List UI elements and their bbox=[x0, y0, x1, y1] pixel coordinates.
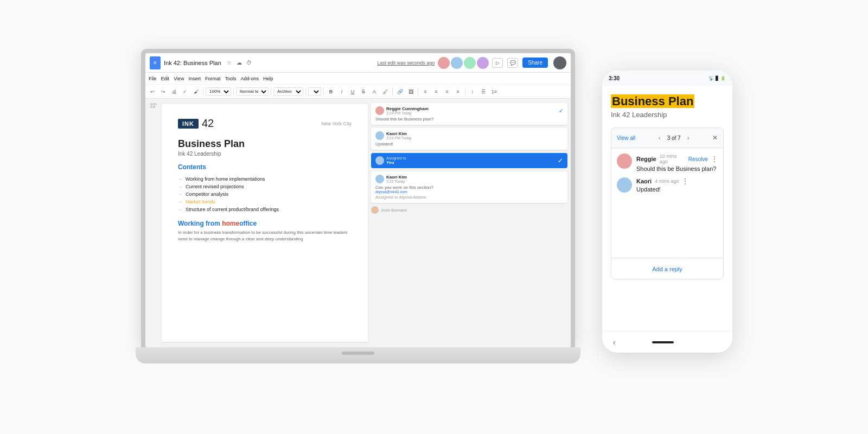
phone-status-icons: 📡 ▊ 🔋 bbox=[709, 76, 726, 81]
comment-header-reggie: Reggie Cunningham 3:24 PM Today ✓ bbox=[375, 106, 563, 115]
bold-button[interactable]: B bbox=[326, 87, 336, 97]
kaori-time-2: 3:25 Today bbox=[386, 180, 407, 183]
share-button[interactable]: Share bbox=[522, 58, 548, 68]
print-button[interactable]: 🖨 bbox=[169, 87, 179, 97]
redo-button[interactable]: ↪ bbox=[158, 87, 168, 97]
history-icon[interactable]: ⏱ bbox=[245, 59, 253, 67]
comment-header-kaori: Kaori Kim 3:24 PM Today bbox=[375, 131, 563, 140]
sidebar-grid-icon bbox=[150, 103, 157, 110]
wifi-icon: 📡 bbox=[709, 76, 714, 81]
image-button[interactable]: 🖼 bbox=[406, 87, 416, 97]
menu-file[interactable]: File bbox=[149, 76, 157, 81]
menu-edit[interactable]: Edit bbox=[161, 76, 170, 81]
comment-button[interactable]: 💬 bbox=[507, 58, 518, 68]
phone-reggie-time: 10 mins ago bbox=[660, 154, 685, 164]
comment-navigation: ‹ 3 of 7 › bbox=[654, 132, 694, 143]
list-item-3: Competitor analysis bbox=[178, 190, 352, 198]
present-button[interactable]: ▷ bbox=[492, 58, 503, 68]
menu-help[interactable]: Help bbox=[263, 76, 273, 81]
menu-insert[interactable]: Insert bbox=[188, 76, 201, 81]
laptop-base bbox=[136, 347, 580, 363]
toolbar-divider-1 bbox=[203, 88, 203, 95]
phone-reggie-name: Reggie bbox=[636, 156, 656, 162]
comment-more-button[interactable]: ⋮ bbox=[711, 155, 718, 163]
numbered-list-button[interactable]: 1≡ bbox=[489, 87, 499, 97]
phone-comment-header: View all ‹ 3 of 7 › ✕ bbox=[611, 128, 723, 148]
resolve-button[interactable]: Resolve bbox=[688, 156, 708, 162]
doc-logo: INK 42 bbox=[178, 117, 214, 130]
justify-button[interactable]: ≡ bbox=[453, 87, 463, 97]
next-comment-button[interactable]: › bbox=[683, 132, 694, 143]
add-reply-text[interactable]: Add a reply bbox=[652, 266, 682, 272]
align-left-button[interactable]: ≡ bbox=[420, 87, 430, 97]
comment-card-reggie: Reggie Cunningham 3:24 PM Today ✓ Should… bbox=[371, 103, 567, 125]
kaori-name: Kaori Kim bbox=[386, 131, 412, 136]
paint-button[interactable]: 🖌 bbox=[191, 87, 201, 97]
docs-sidebar-left bbox=[145, 99, 162, 347]
assigned-card: Assigned to You ✓ bbox=[371, 153, 567, 168]
assigned-name: You bbox=[386, 160, 406, 165]
undo-button[interactable]: ↩ bbox=[148, 87, 157, 97]
phone-comment-body: Reggie 10 mins ago Resolve ⋮ Should this… bbox=[611, 148, 723, 258]
highlight-button[interactable]: 🖊 bbox=[380, 87, 390, 97]
link-button[interactable]: 🔗 bbox=[395, 87, 405, 97]
style-select[interactable]: Normal text bbox=[236, 87, 269, 96]
phone-home-indicator[interactable] bbox=[652, 341, 674, 343]
mobile-phone: 3:30 📡 ▊ 🔋 Business Plan Ink 42 Leadersh… bbox=[602, 71, 732, 353]
comment-header-kaori-2: Kaori Kim 3:25 Today bbox=[375, 175, 563, 183]
text-color-button[interactable]: A bbox=[369, 87, 379, 97]
align-center-button[interactable]: ≡ bbox=[431, 87, 441, 97]
font-select[interactable]: Archivo Na... bbox=[273, 87, 303, 96]
italic-button[interactable]: I bbox=[337, 87, 347, 97]
align-right-button[interactable]: ≡ bbox=[442, 87, 452, 97]
comment-card-kaori: Kaori Kim 3:24 PM Today Updated! bbox=[371, 128, 567, 150]
doc-logo-row: INK 42 New York City bbox=[178, 117, 352, 130]
menu-view[interactable]: View bbox=[174, 76, 184, 81]
collaborator-avatar-3 bbox=[464, 57, 476, 69]
phone-comment-section: View all ‹ 3 of 7 › ✕ Reg bbox=[611, 127, 724, 279]
bullets-button[interactable]: ☰ bbox=[478, 87, 488, 97]
laptop-device: Ink 42: Business Plan ☆ ☁ ⏱ Last edit wa… bbox=[136, 49, 580, 363]
collaborator-avatars bbox=[438, 57, 489, 69]
phone-reggie-text: Should this be Business plan? bbox=[636, 165, 718, 172]
font-size-select[interactable]: 16 bbox=[308, 87, 321, 96]
cloud-icon[interactable]: ☁ bbox=[235, 59, 243, 67]
reggie-avatar bbox=[375, 106, 384, 115]
doc-number: 42 bbox=[202, 117, 214, 130]
svg-rect-2 bbox=[156, 103, 157, 105]
svg-rect-4 bbox=[153, 106, 155, 108]
kaori-time: 3:24 PM Today bbox=[386, 136, 412, 140]
phone-reply-area[interactable]: Add a reply bbox=[611, 258, 723, 279]
line-spacing-button[interactable]: ↕ bbox=[468, 87, 477, 97]
docs-toolbar: ↩ ↪ 🖨 ✓ 🖌 100% Normal text Archivo bbox=[145, 85, 571, 99]
collaborator-avatar-1 bbox=[438, 57, 450, 69]
underline-button[interactable]: U bbox=[348, 87, 358, 97]
phone-back-button[interactable]: ‹ bbox=[613, 338, 616, 347]
prev-comment-button[interactable]: ‹ bbox=[654, 132, 665, 143]
phone-kaori-text: Updated! bbox=[636, 186, 718, 193]
phone-kaori-meta: Kaori 4 mins ago ⋮ bbox=[636, 177, 718, 185]
spellcheck-button[interactable]: ✓ bbox=[180, 87, 190, 97]
document-title: Business Plan bbox=[178, 138, 352, 150]
signal-icon: ▊ bbox=[716, 76, 719, 81]
kaori-more-button[interactable]: ⋮ bbox=[682, 177, 688, 185]
menu-format[interactable]: Format bbox=[205, 76, 221, 81]
zoom-select[interactable]: 100% bbox=[206, 87, 231, 96]
commenter-kaori: Kaori Kim 3:24 PM Today bbox=[375, 131, 412, 140]
contents-section-title: Contents bbox=[178, 163, 352, 171]
list-item-4-highlight: Market trends bbox=[178, 198, 352, 206]
close-thread-button[interactable]: ✕ bbox=[712, 134, 718, 142]
menu-tools[interactable]: Tools bbox=[225, 76, 236, 81]
comment-check-icon[interactable]: ✓ bbox=[559, 108, 563, 114]
menu-addons[interactable]: Add-ons bbox=[240, 76, 259, 81]
list-item-2: Current revised projections bbox=[178, 183, 352, 190]
view-all-button[interactable]: View all bbox=[617, 135, 635, 141]
reggie-comment-text: Should this be Business plan? bbox=[375, 117, 563, 122]
laptop-screen: Ink 42: Business Plan ☆ ☁ ⏱ Last edit wa… bbox=[145, 53, 571, 347]
assigned-check-icon[interactable]: ✓ bbox=[558, 157, 563, 164]
doc-title: Ink 42: Business Plan bbox=[164, 60, 221, 66]
star-icon[interactable]: ☆ bbox=[226, 59, 233, 67]
battery-icon: 🔋 bbox=[720, 76, 726, 81]
strikethrough-button[interactable]: S̶ bbox=[359, 87, 368, 97]
kaori-comment-text: Updated! bbox=[375, 142, 563, 146]
